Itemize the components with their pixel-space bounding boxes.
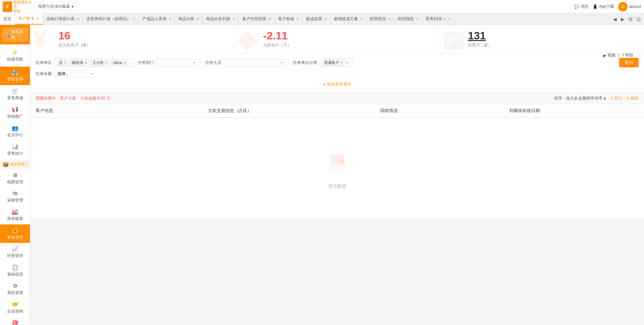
person-more-btn[interactable]: ··· xyxy=(287,61,290,65)
category-tag-input[interactable]: 普通客户 ✕ ▾ xyxy=(320,59,353,67)
sidebar-item-retail[interactable]: 🏪 零售管理 xyxy=(0,67,30,85)
sidebar-item-quick-nav[interactable]: ⚡ 快捷导航 xyxy=(0,46,30,65)
system-icon: ⚙ xyxy=(13,283,17,289)
tab-inbound-stats[interactable]: 进货单统计表（按商品） ✕ xyxy=(83,13,139,25)
sidebar: 🔍 搜索菜单 ⚡ 快捷导航 🏪 零售管理 🛒 零售商城 📢 营销推广 xyxy=(0,25,30,325)
top-nav-right: 💬 消息 📱 App下载 D demo2 xyxy=(574,2,641,11)
export-btn[interactable]: ↗ 导出 xyxy=(610,96,622,101)
sidebar-item-enterprise[interactable]: 🤝 企业协同 xyxy=(0,298,30,317)
tab-close-product-inbound[interactable]: ✕ xyxy=(169,17,171,21)
tab-customer-segment[interactable]: 客户分层经营 ✕ xyxy=(239,13,275,25)
all-customers-value: 131 xyxy=(468,30,492,41)
card3-bg-icon: 🏢 xyxy=(442,28,466,50)
logo-icon: ¥ xyxy=(3,1,12,12)
tab-customer-contact[interactable]: 客户联络 ✕ xyxy=(275,13,303,25)
tab-accounts[interactable]: 客户账本 ✕ xyxy=(15,13,43,25)
tab-close-contact[interactable]: ✕ xyxy=(296,17,299,21)
sidebar-item-marketing[interactable]: 📢 营销推广 xyxy=(0,104,30,122)
result-debt: 0.00 xyxy=(97,96,105,101)
tab-product-analysis-list[interactable]: 商品分析列表 ✕ xyxy=(203,13,239,25)
total-customers-value: 16 xyxy=(58,30,91,41)
category-dropdown-icon[interactable]: ▾ xyxy=(346,61,348,65)
tag-more-btn[interactable]: ... xyxy=(130,61,133,65)
summary-row: ¥ 16 总欠款客户（家） ◆ -2.11 欠款合计（万） 🏢 xyxy=(30,25,644,54)
tab-retail-profit[interactable]: 零售利润（ ✕ xyxy=(422,13,454,25)
chevron-down-icon: ▾ xyxy=(72,4,74,9)
sidebar-item-purchase[interactable]: 🛍 采购管理 xyxy=(0,188,30,206)
tab-close-product-list[interactable]: ✕ xyxy=(232,17,235,21)
summary-info-1: 16 总欠款客户（家） xyxy=(58,30,91,48)
summary-card-total-customers: ¥ 16 总欠款客户（家） xyxy=(30,25,235,53)
tab-maximize-btn[interactable]: ⊡ xyxy=(635,16,642,23)
empty-text: 暂无数据 xyxy=(329,183,346,189)
sidebar-item-members[interactable]: 👥 会员中心 xyxy=(0,122,30,141)
tab-close-inbound[interactable]: ✕ xyxy=(133,17,135,21)
sidebar-item-ecommerce[interactable]: 🖥 电商管理 xyxy=(0,170,30,188)
sidebar-item-retail-mall[interactable]: 🛒 零售商城 xyxy=(0,85,30,104)
message-btn[interactable]: 💬 消息 xyxy=(574,4,589,9)
app-download-btn[interactable]: 📱 App下载 xyxy=(593,4,614,9)
tag-close-normal[interactable]: ✕ xyxy=(340,61,343,65)
sidebar-search[interactable]: 🔍 搜索菜单 xyxy=(0,25,30,44)
tab-new-promotion[interactable]: 新增提成方案 ✕ xyxy=(331,13,367,25)
sort-chevron-icon: ▾ xyxy=(604,96,606,101)
tab-close-product-analysis[interactable]: ✕ xyxy=(197,17,199,21)
tab-close-accounts[interactable]: ✕ xyxy=(37,17,39,21)
main-layout: 🔍 搜索菜单 ⚡ 快捷导航 🏪 零售管理 🛒 零售商城 📢 营销推广 xyxy=(0,25,644,325)
sidebar-item-operations-mgmt[interactable]: 📈 经营管理 xyxy=(0,243,30,261)
tag-close-chen[interactable]: ✕ xyxy=(84,61,87,65)
tab-home[interactable]: 首页 xyxy=(0,13,15,25)
tag-close-wu[interactable]: ✕ xyxy=(64,61,67,65)
tab-bar-actions: ◀ ▶ ⊟ ⊡ xyxy=(610,16,644,23)
tab-promotion-settings[interactable]: 提成设置 ✕ xyxy=(303,13,331,25)
unit-tag-input[interactable]: 伍 ✕ 陈民强 ✕ 王小亮 ✕ cjttcw ✕ xyxy=(54,59,135,67)
tab-close-new-promo[interactable]: ✕ xyxy=(360,17,363,21)
dept-more-btn[interactable]: ··· xyxy=(200,61,203,65)
person-select[interactable] xyxy=(224,59,285,66)
sidebar-search-inner: 🔍 搜索菜单 xyxy=(2,28,28,42)
sort-selector[interactable]: 排序：按欠款金额倒序排序 ▾ xyxy=(554,96,606,101)
user-avatar[interactable]: D demo2 xyxy=(618,2,641,11)
export-icon: ↗ xyxy=(610,96,613,101)
tab-product-analysis[interactable]: 商品分析 ✕ xyxy=(175,13,203,25)
col-customer-info: 客户信息 xyxy=(36,108,208,114)
col-repayment: 回款情况 xyxy=(380,108,510,114)
svg-line-5 xyxy=(344,163,346,165)
members-icon: 👥 xyxy=(12,125,18,131)
retail-mall-icon: 🛒 xyxy=(12,88,18,94)
tab-close-promo-settings[interactable]: ✕ xyxy=(324,17,327,21)
balance-select[interactable]: 选择... xyxy=(54,70,95,77)
total-debt-label: 欠款合计（万） xyxy=(263,42,291,48)
retail-icon: 🏪 xyxy=(12,69,18,76)
avatar-icon: D xyxy=(618,2,628,11)
sidebar-item-system[interactable]: ⚙ 系统管理 xyxy=(0,280,30,298)
sidebar-item-inventory[interactable]: 🏭 库存核算 xyxy=(0,206,30,224)
tag-close-wang[interactable]: ✕ xyxy=(105,61,108,65)
sidebar-item-new-guide[interactable]: 🎯 新手引导 xyxy=(0,317,30,325)
tag-close-cjttcw[interactable]: ✕ xyxy=(124,61,126,65)
tab-purchase-orders[interactable]: 采购订单统计表 ✕ xyxy=(43,13,83,25)
tab-scroll-left-btn[interactable]: ◀ xyxy=(612,16,618,23)
tab-close-operations[interactable]: ✕ xyxy=(388,17,391,21)
tab-close-retail[interactable]: ✕ xyxy=(448,17,450,21)
tab-product-inbound[interactable]: 产成品入库单 ✕ xyxy=(139,13,175,25)
tab-close-segment[interactable]: ✕ xyxy=(268,17,271,21)
category-label: 往来单位分类 xyxy=(293,60,317,66)
tag-unit-wang: 王小亮 ✕ xyxy=(90,60,110,66)
sidebar-item-retail-stats[interactable]: 📊 零售统计 xyxy=(0,141,30,159)
sidebar-nav: ⚡ 快捷导航 🏪 零售管理 🛒 零售商城 📢 营销推广 👥 会员中心 📊 xyxy=(0,44,30,325)
refresh-btn[interactable]: ↻ 刷新 xyxy=(626,96,639,101)
sidebar-item-finance[interactable]: 💰 资金管理 xyxy=(0,224,30,243)
demo-select[interactable]: 母婴行业演示账套 ▾ xyxy=(35,3,77,10)
sidebar-item-basic-info[interactable]: 📋 基础信息 xyxy=(0,261,30,280)
sidebar-item-wholesale[interactable]: 📦 批发管理 ▾ xyxy=(0,159,30,170)
tab-profit-report[interactable]: 利润报告 ✕ xyxy=(394,13,422,25)
tab-operations[interactable]: 经营情况 ✕ xyxy=(367,13,394,25)
collapse-btn[interactable]: ∧ 收起更多条件 xyxy=(319,80,355,88)
tab-minimize-btn[interactable]: ⊟ xyxy=(627,16,634,23)
tab-close-purchase[interactable]: ✕ xyxy=(77,17,79,21)
tab-scroll-right-btn[interactable]: ▶ xyxy=(619,16,626,23)
dept-select[interactable] xyxy=(157,59,197,66)
tab-close-profit[interactable]: ✕ xyxy=(416,17,419,21)
collapse-icon: ∧ xyxy=(323,82,326,87)
